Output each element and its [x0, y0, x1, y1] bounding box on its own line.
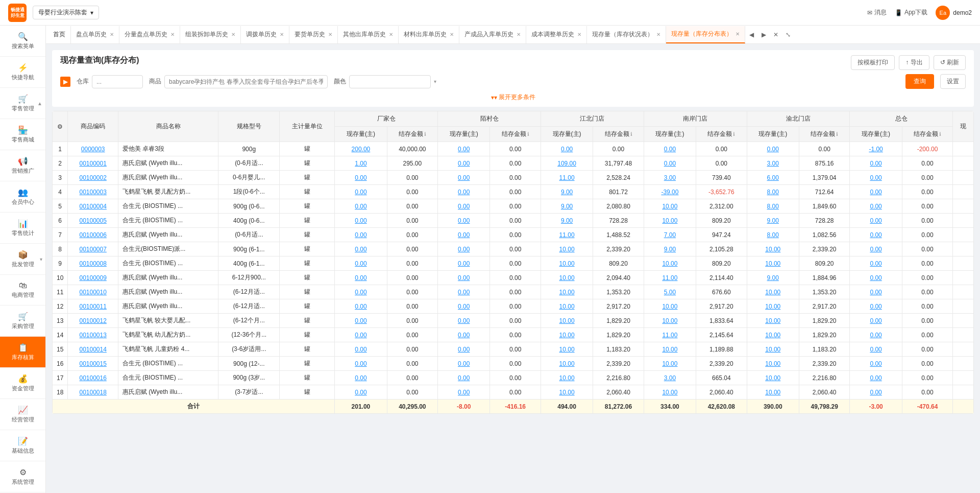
row-yubei-qty[interactable]: 10.00: [747, 242, 799, 256]
query-btn[interactable]: 查询: [905, 74, 934, 89]
row-code[interactable]: 00100008: [68, 256, 118, 271]
row-nanan-qty[interactable]: 10.00: [644, 342, 696, 357]
app-download-btn[interactable]: 📱 App下载: [895, 8, 927, 17]
tab-nav-right[interactable]: ▶: [757, 26, 770, 43]
print-btn[interactable]: 按模板打印: [851, 55, 895, 70]
sidebar-item-ecommerce[interactable]: 🛍 电商管理: [0, 275, 45, 306]
row-factory-qty[interactable]: 0.00: [335, 328, 387, 342]
row-nanan-qty[interactable]: 5.00: [644, 285, 696, 299]
row-zongcang-qty[interactable]: 0.00: [850, 342, 902, 357]
row-zongcang-qty[interactable]: 0.00: [850, 171, 902, 185]
row-zongcang-qty[interactable]: 0.00: [850, 285, 902, 299]
row-nanan-qty[interactable]: 11.00: [644, 271, 696, 285]
row-jiangbei-qty[interactable]: 10.00: [541, 271, 593, 285]
sidebar-item-operation[interactable]: 📈 经营管理: [0, 399, 45, 430]
row-zongcang-qty[interactable]: 0.00: [850, 328, 902, 342]
row-code[interactable]: 00100018: [68, 385, 118, 400]
tab-nav-left[interactable]: ◀: [745, 26, 757, 43]
info-icon-3[interactable]: ℹ: [630, 131, 632, 137]
row-zongcang-qty[interactable]: 0.00: [850, 357, 902, 371]
row-yubei-qty[interactable]: 8.00: [747, 228, 799, 242]
close-chengpinru[interactable]: ✕: [517, 32, 521, 37]
row-yubei-qty[interactable]: 8.00: [747, 199, 799, 214]
user-area[interactable]: Ea demo2: [936, 6, 972, 20]
row-code[interactable]: 00100003: [68, 185, 118, 199]
message-btn[interactable]: ✉ 消息: [867, 8, 887, 17]
row-nanan-qty[interactable]: 10.00: [644, 357, 696, 371]
row-nanan-qty[interactable]: -39.00: [644, 185, 696, 199]
row-yubei-qty[interactable]: 10.00: [747, 328, 799, 342]
sidebar-item-marketing[interactable]: 📢 营销推广: [0, 150, 45, 181]
row-jiangbei-qty[interactable]: 0.00: [541, 142, 593, 156]
row-nanan-qty[interactable]: 10.00: [644, 214, 696, 228]
row-code[interactable]: 00100015: [68, 357, 118, 371]
close-fenpandian[interactable]: ✕: [170, 32, 175, 37]
row-mocun-qty[interactable]: 0.00: [438, 242, 490, 256]
row-factory-qty[interactable]: 0.00: [335, 185, 387, 199]
row-mocun-qty[interactable]: 0.00: [438, 314, 490, 328]
sidebar-item-inventory[interactable]: 📋 库存核算: [0, 337, 45, 368]
row-code[interactable]: 00100009: [68, 271, 118, 285]
row-factory-qty[interactable]: 0.00: [335, 342, 387, 357]
row-code[interactable]: 00100016: [68, 371, 118, 385]
row-yubei-qty[interactable]: 8.00: [747, 185, 799, 199]
row-jiangbei-qty[interactable]: 11.00: [541, 228, 593, 242]
row-jiangbei-qty[interactable]: 10.00: [541, 385, 593, 400]
row-zongcang-qty[interactable]: 0.00: [850, 314, 902, 328]
row-jiangbei-qty[interactable]: 9.00: [541, 185, 593, 199]
row-mocun-qty[interactable]: 0.00: [438, 199, 490, 214]
row-code[interactable]: 00100004: [68, 199, 118, 214]
sidebar-item-retail[interactable]: 🛒 零售管理 ▲: [0, 88, 45, 119]
tab-yaohuo[interactable]: 要货单历史 ✕: [289, 26, 338, 43]
row-code[interactable]: 00100001: [68, 156, 118, 171]
row-yubei-qty[interactable]: 9.00: [747, 214, 799, 228]
row-mocun-qty[interactable]: 0.00: [438, 185, 490, 199]
col-gear[interactable]: ⚙: [53, 111, 68, 142]
tab-fenpandian[interactable]: 分量盘点单历史 ✕: [119, 26, 180, 43]
close-pandian[interactable]: ✕: [110, 32, 114, 37]
row-factory-qty[interactable]: 1.00: [335, 156, 387, 171]
row-mocun-qty[interactable]: 0.00: [438, 385, 490, 400]
row-code[interactable]: 00100005: [68, 214, 118, 228]
refresh-btn[interactable]: ↺ 刷新: [934, 55, 966, 70]
row-zongcang-qty[interactable]: 0.00: [850, 156, 902, 171]
row-factory-qty[interactable]: 0.00: [335, 171, 387, 185]
row-factory-qty[interactable]: 0.00: [335, 214, 387, 228]
row-zongcang-qty[interactable]: -1.00: [850, 142, 902, 156]
sidebar-item-system[interactable]: ⚙ 系统管理: [0, 461, 45, 492]
row-jiangbei-qty[interactable]: 10.00: [541, 328, 593, 342]
row-factory-qty[interactable]: 0.00: [335, 271, 387, 285]
row-zongcang-qty[interactable]: 0.00: [850, 371, 902, 385]
row-zongcang-qty[interactable]: 0.00: [850, 271, 902, 285]
tab-chengbentiaoz[interactable]: 成本调整单历史 ✕: [526, 26, 587, 43]
row-factory-qty[interactable]: 0.00: [335, 242, 387, 256]
row-mocun-qty[interactable]: 0.00: [438, 256, 490, 271]
expand-arrow[interactable]: ▶: [60, 77, 70, 87]
row-code[interactable]: 00100007: [68, 242, 118, 256]
warehouse-input[interactable]: [92, 75, 143, 88]
sidebar-item-retail-stat[interactable]: 📊 零售统计: [0, 213, 45, 244]
row-zongcang-qty[interactable]: 0.00: [850, 256, 902, 271]
sidebar-item-search[interactable]: 🔍 搜索英单: [0, 26, 45, 57]
close-xianzailiang-kucun[interactable]: ✕: [656, 32, 660, 37]
row-factory-qty[interactable]: 0.00: [335, 256, 387, 271]
tab-xianzailiang-fenbu[interactable]: 现存量（库存分布表） ✕: [666, 26, 745, 43]
row-nanan-qty[interactable]: 9.00: [644, 242, 696, 256]
row-nanan-qty[interactable]: 10.00: [644, 314, 696, 328]
row-code[interactable]: 00100002: [68, 171, 118, 185]
row-code[interactable]: 00100010: [68, 285, 118, 299]
row-mocun-qty[interactable]: 0.00: [438, 371, 490, 385]
row-nanan-qty[interactable]: 3.00: [644, 371, 696, 385]
row-mocun-qty[interactable]: 0.00: [438, 357, 490, 371]
row-code[interactable]: 00100013: [68, 328, 118, 342]
info-icon-2[interactable]: ℹ: [527, 131, 529, 137]
row-yubei-qty[interactable]: 9.00: [747, 271, 799, 285]
row-zongcang-qty[interactable]: 0.00: [850, 214, 902, 228]
info-icon-1[interactable]: ℹ: [424, 131, 426, 137]
close-xianzailiang-fenbu[interactable]: ✕: [736, 31, 740, 37]
tab-home[interactable]: 首页: [48, 26, 71, 43]
row-factory-qty[interactable]: 0.00: [335, 285, 387, 299]
row-jiangbei-qty[interactable]: 10.00: [541, 371, 593, 385]
close-cailiaochu[interactable]: ✕: [450, 32, 454, 37]
row-jiangbei-qty[interactable]: 109.00: [541, 156, 593, 171]
